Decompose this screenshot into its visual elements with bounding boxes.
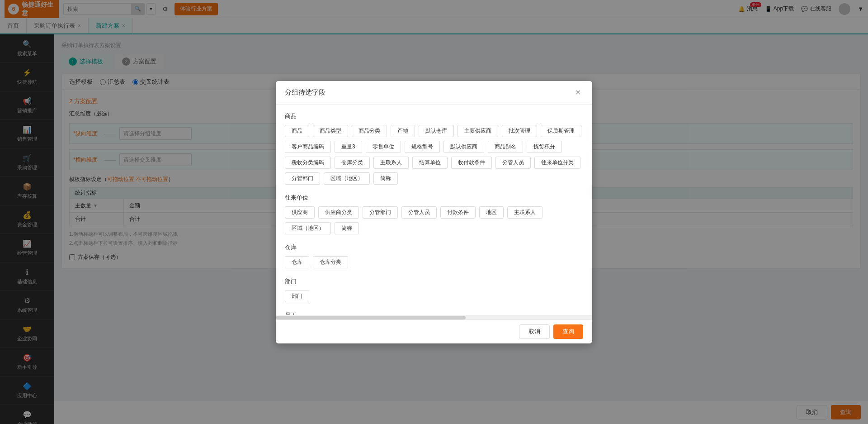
field-tag[interactable]: 结算单位 <box>412 157 448 169</box>
field-tag[interactable]: 商品分类 <box>352 125 387 137</box>
field-tag[interactable]: 付款条件 <box>440 206 476 219</box>
field-tag[interactable]: 简称 <box>373 172 398 185</box>
modal-body: 商品 商品 商品类型 商品分类 产地 默认仓库 主要供应商 批次管理 保质期管理… <box>276 105 592 315</box>
field-tag[interactable]: 税收分类编码 <box>285 157 331 169</box>
modal-header: 分组待选字段 ✕ <box>276 81 592 105</box>
field-tag[interactable]: 供应商分类 <box>318 206 359 219</box>
field-tags-partner: 供应商 供应商分类 分管部门 分管人员 付款条件 地区 主联系人 区域（地区） … <box>285 206 583 234</box>
field-tag[interactable]: 客户商品编码 <box>285 141 331 153</box>
modal-confirm-button[interactable]: 查询 <box>553 324 583 339</box>
field-tag[interactable]: 分管部门 <box>363 206 398 219</box>
field-tag[interactable]: 主要供应商 <box>458 125 498 137</box>
modal-cancel-button[interactable]: 取消 <box>519 324 550 339</box>
field-tag[interactable]: 部门 <box>285 290 309 302</box>
field-section-goods: 商品 商品 商品类型 商品分类 产地 默认仓库 主要供应商 批次管理 保质期管理… <box>285 112 583 185</box>
modal-hscroll-thumb <box>276 316 466 319</box>
field-tags-goods: 商品 商品类型 商品分类 产地 默认仓库 主要供应商 批次管理 保质期管理 客户… <box>285 125 583 185</box>
field-tag[interactable]: 地区 <box>479 206 504 219</box>
modal: 分组待选字段 ✕ 商品 商品 商品类型 商品分类 产地 默认仓库 主要供应商 批… <box>276 81 592 343</box>
field-tag[interactable]: 零售单位 <box>366 141 401 153</box>
section-title-employee: 员工 <box>285 311 583 315</box>
field-tag[interactable]: 规格型号 <box>405 141 440 153</box>
field-tag[interactable]: 供应商 <box>285 206 315 219</box>
modal-close-button[interactable]: ✕ <box>572 87 583 98</box>
field-tag[interactable]: 默认供应商 <box>443 141 484 153</box>
field-tag[interactable]: 商品类型 <box>313 125 348 137</box>
field-tag[interactable]: 默认仓库 <box>419 125 454 137</box>
field-tag[interactable]: 重量3 <box>335 141 362 153</box>
field-tag[interactable]: 仓库 <box>285 256 309 268</box>
modal-footer: 取消 查询 <box>276 319 592 343</box>
section-title-dept: 部门 <box>285 277 583 286</box>
field-tags-warehouse: 仓库 仓库分类 <box>285 256 583 268</box>
field-tag[interactable]: 分管部门 <box>285 172 320 185</box>
field-section-employee: 员工 业务员 <box>285 311 583 315</box>
field-tags-dept: 部门 <box>285 290 583 302</box>
field-tag[interactable]: 保质期管理 <box>541 125 581 137</box>
section-title-goods: 商品 <box>285 112 583 120</box>
field-tag[interactable]: 拣货积分 <box>527 141 562 153</box>
field-tag[interactable]: 区域（地区） <box>285 222 331 234</box>
field-tag[interactable]: 往来单位分类 <box>534 157 580 169</box>
field-tag[interactable]: 仓库分类 <box>313 256 348 268</box>
modal-hscroll[interactable] <box>276 315 592 319</box>
field-tag[interactable]: 主联系人 <box>507 206 542 219</box>
field-tag[interactable]: 简称 <box>335 222 359 234</box>
field-tag[interactable]: 区域（地区） <box>324 172 370 185</box>
field-tag[interactable]: 批次管理 <box>502 125 537 137</box>
field-tag[interactable]: 商品别名 <box>488 141 523 153</box>
field-tag[interactable]: 商品 <box>285 125 309 137</box>
modal-title: 分组待选字段 <box>285 88 326 97</box>
field-tag[interactable]: 产地 <box>391 125 415 137</box>
section-title-warehouse: 仓库 <box>285 243 583 252</box>
field-tag[interactable]: 收付款条件 <box>451 157 492 169</box>
field-tag[interactable]: 分管人员 <box>401 206 437 219</box>
section-title-partner: 往来单位 <box>285 194 583 202</box>
field-tag[interactable]: 分管人员 <box>495 157 531 169</box>
modal-overlay: 分组待选字段 ✕ 商品 商品 商品类型 商品分类 产地 默认仓库 主要供应商 批… <box>0 0 868 424</box>
field-tag[interactable]: 主联系人 <box>373 157 409 169</box>
field-section-dept: 部门 部门 <box>285 277 583 302</box>
field-section-partner: 往来单位 供应商 供应商分类 分管部门 分管人员 付款条件 地区 主联系人 区域… <box>285 194 583 234</box>
field-section-warehouse: 仓库 仓库 仓库分类 <box>285 243 583 268</box>
field-tag[interactable]: 仓库分类 <box>335 157 370 169</box>
